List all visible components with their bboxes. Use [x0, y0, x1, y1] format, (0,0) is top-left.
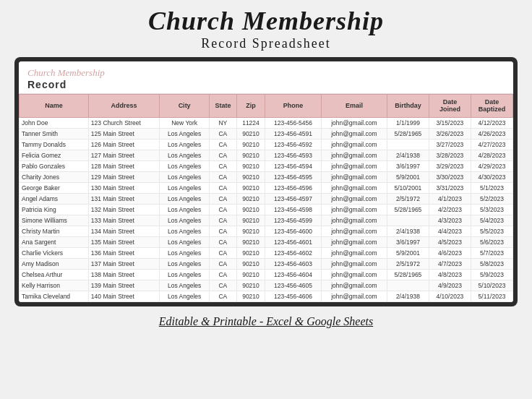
- table-row: George Baker130 Main StreetLos AngelesCA…: [20, 183, 513, 194]
- table-cell: CA: [210, 140, 237, 150]
- table-row: Kelly Harrison139 Main StreetLos Angeles…: [20, 280, 513, 291]
- table-row: Christy Martin134 Main StreetLos Angeles…: [20, 226, 513, 237]
- table-cell: Los Angeles: [160, 237, 210, 248]
- table-cell: Los Angeles: [160, 226, 210, 237]
- table-cell: 90210: [236, 129, 265, 140]
- table-cell: 5/1/2023: [471, 183, 512, 194]
- table-cell: Los Angeles: [160, 183, 210, 194]
- table-cell: 131 Main Street: [88, 194, 159, 205]
- footer-section: Editable & Printable - Excel & Google Sh…: [0, 309, 532, 331]
- table-cell: 139 Main Street: [88, 280, 159, 291]
- table-cell: Los Angeles: [160, 150, 210, 161]
- table-cell: 123-456-4605: [265, 280, 322, 291]
- table-cell: CA: [210, 205, 237, 215]
- table-row: Patricia King132 Main StreetLos AngelesC…: [20, 205, 513, 215]
- page-title-line1: Church Membership: [0, 7, 532, 36]
- page-title-line2: Record Spreadsheet: [0, 36, 532, 51]
- table-cell: 138 Main Street: [88, 270, 159, 280]
- table-row: Amy Madison137 Main StreetLos AngelesCA9…: [20, 259, 513, 270]
- table-cell: Chelsea Arthur: [20, 270, 89, 280]
- table-row: John Doe123 Church StreetNew YorkNY11224…: [20, 118, 513, 129]
- table-cell: 3/15/2023: [429, 118, 471, 129]
- table-cell: 123 Church Street: [88, 118, 159, 129]
- table-cell: John Doe: [20, 118, 89, 129]
- table-cell: Los Angeles: [160, 140, 210, 150]
- table-cell: 4/7/2023: [429, 259, 471, 270]
- table-cell: john@gmail.com: [321, 248, 387, 259]
- table-cell: 4/10/2023: [429, 291, 471, 302]
- table-cell: 126 Main Street: [88, 140, 159, 150]
- table-cell: 90210: [236, 280, 265, 291]
- table-cell: 3/6/1997: [387, 237, 429, 248]
- table-cell: 4/5/2023: [429, 237, 471, 248]
- table-row: Tanner Smith125 Main StreetLos AngelesCA…: [20, 129, 513, 140]
- table-cell: 125 Main Street: [88, 129, 159, 140]
- footer-text: Editable & Printable - Excel & Google Sh…: [0, 315, 532, 328]
- table-cell: Los Angeles: [160, 205, 210, 215]
- col-phone: Phone: [265, 94, 322, 118]
- table-cell: john@gmail.com: [321, 259, 387, 270]
- sheet-header-script: Church Membership: [27, 67, 505, 79]
- table-cell: 123-456-4600: [265, 226, 322, 237]
- table-cell: 3/31/2023: [429, 183, 471, 194]
- table-cell: New York: [160, 118, 210, 129]
- table-cell: 2/4/1938: [387, 291, 429, 302]
- table-row: Pablo Gonzales128 Main StreetLos Angeles…: [20, 161, 513, 172]
- table-cell: CA: [210, 194, 237, 205]
- table-cell: 90210: [236, 248, 265, 259]
- table-cell: CA: [210, 280, 237, 291]
- table-cell: john@gmail.com: [321, 118, 387, 129]
- table-cell: 3/26/2023: [429, 129, 471, 140]
- table-cell: [387, 215, 429, 226]
- table-cell: 123-456-4597: [265, 194, 322, 205]
- table-cell: 90210: [236, 215, 265, 226]
- table-cell: 4/26/2023: [471, 129, 512, 140]
- table-cell: 123-456-4601: [265, 237, 322, 248]
- table-cell: Felicia Gomez: [20, 150, 89, 161]
- col-state: State: [210, 94, 237, 118]
- table-cell: 5/11/2023: [471, 291, 512, 302]
- table-cell: 5/9/2001: [387, 172, 429, 183]
- table-row: Ana Sargent135 Main StreetLos AngelesCA9…: [20, 237, 513, 248]
- table-cell: 128 Main Street: [88, 161, 159, 172]
- table-cell: 5/2/2023: [471, 194, 512, 205]
- table-cell: 5/9/2001: [387, 248, 429, 259]
- table-cell: 2/5/1972: [387, 194, 429, 205]
- sheet-header-bold: Record: [27, 79, 505, 90]
- table-cell: john@gmail.com: [321, 205, 387, 215]
- table-cell: Los Angeles: [160, 194, 210, 205]
- table-cell: 5/9/2023: [471, 270, 512, 280]
- table-cell: Los Angeles: [160, 215, 210, 226]
- table-cell: Pablo Gonzales: [20, 161, 89, 172]
- table-cell: CA: [210, 237, 237, 248]
- table-cell: [387, 140, 429, 150]
- table-cell: 123-456-4603: [265, 259, 322, 270]
- table-cell: 4/28/2023: [471, 150, 512, 161]
- table-cell: 90210: [236, 237, 265, 248]
- table-cell: 123-456-4592: [265, 140, 322, 150]
- table-cell: Patricia King: [20, 205, 89, 215]
- table-row: Felicia Gomez127 Main StreetLos AngelesC…: [20, 150, 513, 161]
- table-cell: 123-456-4606: [265, 291, 322, 302]
- table-cell: 4/29/2023: [471, 161, 512, 172]
- table-cell: 4/1/2023: [429, 194, 471, 205]
- table-cell: 2/4/1938: [387, 226, 429, 237]
- table-cell: Amy Madison: [20, 259, 89, 270]
- table-cell: CA: [210, 226, 237, 237]
- table-cell: 3/29/2023: [429, 161, 471, 172]
- table-cell: Tanner Smith: [20, 129, 89, 140]
- table-cell: john@gmail.com: [321, 140, 387, 150]
- table-cell: Christy Martin: [20, 226, 89, 237]
- table-row: Tammy Donalds126 Main StreetLos AngelesC…: [20, 140, 513, 150]
- table-cell: CA: [210, 291, 237, 302]
- page-outer: Church Membership Record Spreadsheet Chu…: [0, 0, 532, 399]
- table-cell: 137 Main Street: [88, 259, 159, 270]
- table-cell: 5/10/2001: [387, 183, 429, 194]
- table-cell: john@gmail.com: [321, 183, 387, 194]
- table-cell: 90210: [236, 259, 265, 270]
- membership-table: Name Address City State Zip Phone Email …: [19, 94, 513, 303]
- table-cell: 123-456-4596: [265, 183, 322, 194]
- table-cell: 3/6/1997: [387, 161, 429, 172]
- table-cell: 123-456-4594: [265, 161, 322, 172]
- table-cell: 90210: [236, 150, 265, 161]
